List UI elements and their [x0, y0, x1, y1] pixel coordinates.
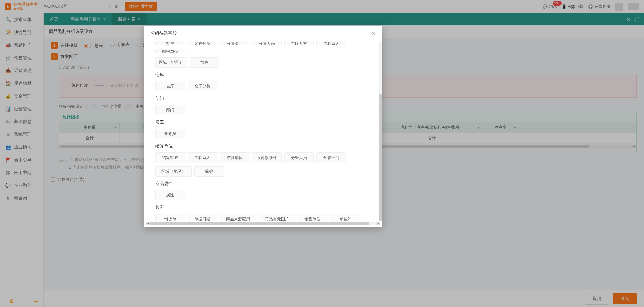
field-chip[interactable]: 区域（地区）: [155, 166, 192, 177]
field-group-title: 其它: [155, 204, 376, 210]
field-chip[interactable]: 销售单位: [298, 214, 327, 221]
field-group-title: 部门: [155, 96, 376, 102]
scroll-thumb[interactable]: [379, 94, 382, 221]
field-chip[interactable]: 分管人员: [284, 152, 314, 163]
field-chip[interactable]: 仓库: [155, 81, 185, 91]
field-chip[interactable]: 区域（地区）: [155, 57, 187, 68]
field-chip[interactable]: 主联系人: [188, 152, 217, 163]
field-chip[interactable]: 收付款条件: [252, 152, 282, 163]
field-group-title: 仓库: [155, 72, 376, 78]
modal-horizontal-scrollbar[interactable]: ◂ ▸: [147, 222, 380, 225]
close-icon[interactable]: ✕: [371, 30, 376, 36]
field-chip[interactable]: 商品来源应用: [220, 214, 256, 221]
modal-title: 分组待选字段: [151, 30, 177, 36]
scroll-left-icon[interactable]: ◂: [146, 222, 150, 225]
field-chip[interactable]: 主联系方: [284, 41, 314, 45]
field-chip[interactable]: 单位2: [330, 214, 359, 221]
field-chip[interactable]: 仓库分类: [188, 81, 217, 91]
field-chip[interactable]: 客户分类: [188, 41, 217, 45]
field-chip[interactable]: 单据日期: [188, 214, 217, 221]
field-group-title: 员工: [155, 119, 376, 125]
field-group-title: 商品属性: [155, 181, 376, 187]
field-chip[interactable]: 业务员: [155, 129, 185, 139]
field-chip[interactable]: 简称: [190, 57, 219, 68]
field-chip[interactable]: 客户: [155, 41, 185, 45]
field-chip[interactable]: 结算客户: [155, 152, 185, 163]
field-chip[interactable]: 分管部门: [220, 41, 249, 45]
modal-vertical-scrollbar[interactable]: [379, 41, 382, 213]
field-chip[interactable]: 简称: [194, 166, 224, 177]
field-chip[interactable]: 销货单: [155, 214, 185, 221]
field-chip[interactable]: 部门: [155, 105, 185, 115]
field-chip[interactable]: 属性: [155, 190, 185, 200]
field-chip[interactable]: 分管部门: [316, 152, 346, 163]
field-chip[interactable]: 邮寄单位: [155, 49, 185, 53]
field-chip[interactable]: 结算单位: [220, 152, 249, 163]
field-chip[interactable]: 商品有无图片: [259, 214, 295, 221]
field-chip[interactable]: 主联系人: [316, 41, 346, 45]
field-chip[interactable]: 分管人员: [252, 41, 282, 45]
group-fields-modal: 分组待选字段 ✕ 客户客户分类分管部门分管人员主联系方主联系人邮寄单位区域（地区…: [144, 26, 382, 227]
scroll-thumb[interactable]: [150, 222, 369, 225]
scroll-right-icon[interactable]: ▸: [376, 222, 380, 225]
field-group-title: 结算单位: [155, 143, 376, 149]
